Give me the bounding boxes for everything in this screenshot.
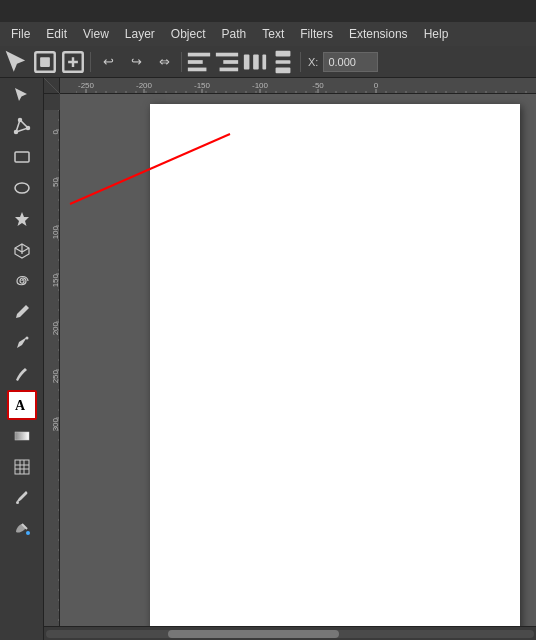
svg-rect-10 — [253, 54, 259, 69]
ruler-corner — [44, 78, 60, 94]
main-area: A — [0, 78, 536, 640]
svg-rect-12 — [276, 50, 291, 56]
menu-object[interactable]: Object — [164, 25, 213, 43]
toolbar-distribute-v[interactable] — [270, 49, 296, 75]
svg-marker-20 — [15, 212, 29, 226]
svg-rect-18 — [15, 152, 29, 162]
horizontal-ruler — [76, 78, 536, 94]
menu-bar: File Edit View Layer Object Path Text Fi… — [0, 22, 536, 46]
tool-node[interactable] — [7, 111, 37, 141]
h-ruler-canvas — [76, 78, 536, 93]
tool-gradient[interactable] — [7, 421, 37, 451]
tool-pen[interactable] — [7, 328, 37, 358]
menu-edit[interactable]: Edit — [39, 25, 74, 43]
toolbar-redo[interactable]: ↪ — [123, 49, 149, 75]
menu-file[interactable]: File — [4, 25, 37, 43]
svg-rect-8 — [220, 67, 239, 71]
tool-pencil[interactable] — [7, 297, 37, 327]
tool-3d[interactable] — [7, 235, 37, 265]
canvas-wrapper — [44, 78, 536, 640]
menu-text[interactable]: Text — [255, 25, 291, 43]
drawing-area[interactable] — [60, 94, 536, 626]
svg-point-17 — [26, 127, 29, 130]
toolbar-align-right[interactable] — [214, 49, 240, 75]
tool-rect[interactable] — [7, 142, 37, 172]
h-scrollbar[interactable] — [44, 626, 536, 640]
svg-point-30 — [26, 531, 30, 535]
svg-rect-11 — [262, 54, 266, 69]
toolbar-distribute-h[interactable] — [242, 49, 268, 75]
h-scroll-thumb[interactable] — [168, 630, 339, 638]
svg-point-16 — [18, 119, 21, 122]
canvas-row — [44, 94, 536, 626]
x-label: X: — [305, 56, 321, 68]
x-input[interactable] — [323, 52, 378, 72]
toolbar-zoom-in-out[interactable]: ⇔ — [151, 49, 177, 75]
svg-rect-6 — [216, 52, 238, 56]
toolbar-select-icon[interactable] — [4, 49, 30, 75]
tool-mesh[interactable] — [7, 452, 37, 482]
svg-rect-1 — [40, 57, 50, 67]
menu-view[interactable]: View — [76, 25, 116, 43]
tool-ellipse[interactable] — [7, 173, 37, 203]
toolbar-sep-3 — [300, 52, 301, 72]
svg-rect-14 — [276, 67, 291, 73]
tool-star[interactable] — [7, 204, 37, 234]
v-ruler-canvas — [44, 110, 60, 626]
svg-rect-4 — [188, 60, 203, 64]
menu-path[interactable]: Path — [215, 25, 254, 43]
tool-spiral[interactable] — [7, 266, 37, 296]
toolbar-sep-2 — [181, 52, 182, 72]
menu-help[interactable]: Help — [417, 25, 456, 43]
svg-text:A: A — [15, 398, 26, 413]
svg-rect-24 — [15, 460, 29, 474]
toolbar-sep-1 — [90, 52, 91, 72]
toolbox: A — [0, 78, 44, 640]
tool-calligraphy[interactable] — [7, 359, 37, 389]
tool-text[interactable]: A — [7, 390, 37, 420]
svg-rect-23 — [15, 432, 29, 440]
tool-paint-bucket[interactable] — [7, 514, 37, 544]
h-scroll-track[interactable] — [46, 630, 534, 638]
title-bar — [0, 0, 536, 22]
svg-point-21 — [25, 337, 28, 340]
svg-rect-5 — [188, 67, 207, 71]
svg-rect-7 — [223, 60, 238, 64]
toolbar-zoom-fit[interactable] — [60, 49, 86, 75]
svg-rect-13 — [276, 60, 291, 64]
menu-filters[interactable]: Filters — [293, 25, 340, 43]
svg-rect-3 — [188, 52, 210, 56]
svg-point-29 — [16, 501, 19, 504]
toolbar-select-by-type[interactable] — [32, 49, 58, 75]
svg-point-15 — [14, 131, 17, 134]
tool-select[interactable] — [7, 80, 37, 110]
tool-dropper[interactable] — [7, 483, 37, 513]
svg-point-19 — [15, 183, 29, 193]
toolbar: ↩ ↪ ⇔ X: — [0, 46, 536, 78]
menu-layer[interactable]: Layer — [118, 25, 162, 43]
svg-rect-9 — [244, 54, 250, 69]
toolbar-align-left[interactable] — [186, 49, 212, 75]
page — [150, 104, 520, 626]
vertical-ruler — [44, 110, 60, 626]
menu-extensions[interactable]: Extensions — [342, 25, 415, 43]
toolbar-undo[interactable]: ↩ — [95, 49, 121, 75]
